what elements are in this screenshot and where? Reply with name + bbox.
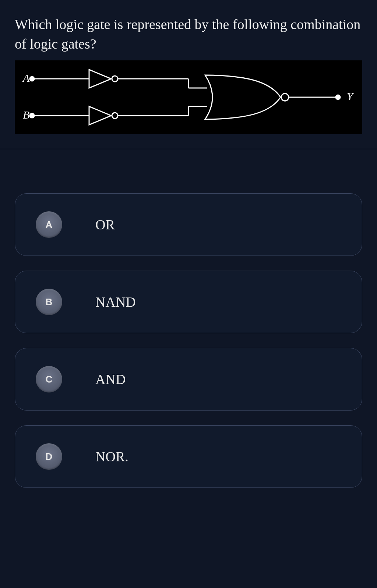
option-badge: A	[36, 211, 62, 238]
circuit-diagram: A B Y	[15, 60, 362, 134]
option-d[interactable]: D NOR.	[15, 425, 362, 488]
svg-point-14	[336, 95, 340, 99]
option-label: NOR.	[95, 448, 128, 465]
section-divider	[0, 149, 377, 149]
label-y: Y	[347, 90, 354, 102]
svg-point-2	[112, 76, 118, 82]
question-text: Which logic gate is represented by the f…	[15, 15, 362, 54]
option-label: NAND	[95, 294, 136, 310]
option-c[interactable]: C AND	[15, 348, 362, 411]
option-badge: C	[36, 366, 62, 392]
label-a: A	[22, 72, 30, 84]
svg-point-0	[30, 77, 34, 81]
options-list: A OR B NAND C AND D NOR.	[15, 193, 362, 488]
label-b: B	[23, 109, 29, 121]
option-b[interactable]: B NAND	[15, 271, 362, 333]
option-a[interactable]: A OR	[15, 193, 362, 256]
svg-point-8	[112, 113, 118, 119]
svg-point-6	[30, 113, 34, 118]
option-badge: D	[36, 443, 62, 470]
option-badge: B	[36, 289, 62, 315]
svg-point-12	[281, 94, 289, 101]
option-label: AND	[95, 371, 126, 387]
option-label: OR	[95, 216, 115, 233]
